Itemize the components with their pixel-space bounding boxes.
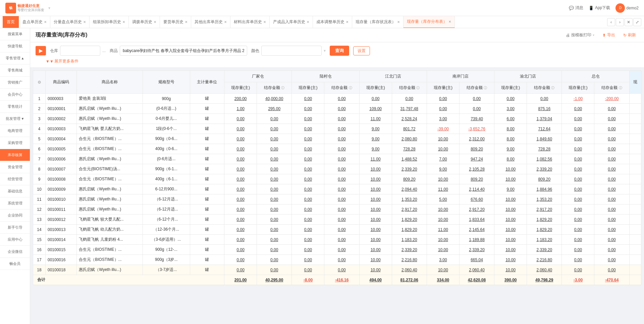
cell-factory-amt[interactable]: 0.00 xyxy=(257,124,292,134)
cell-factory-qty[interactable]: 0.00 xyxy=(224,235,257,245)
cell-factory-amt[interactable]: 0.00 xyxy=(257,174,292,184)
cell-na-amt[interactable]: 676.60 xyxy=(459,194,494,204)
sidebar-item-search[interactable]: 搜索英单 xyxy=(0,28,30,40)
cell-yb-amt[interactable]: 2,339.20 xyxy=(527,245,562,255)
tab-2[interactable]: 分量盘点单历史 ✕ xyxy=(50,16,90,28)
cell-lucun-amt[interactable]: 0.00 xyxy=(324,245,359,255)
cell-na-amt[interactable]: 809.20 xyxy=(459,174,494,184)
cell-total-qty[interactable]: 0.00 xyxy=(562,104,594,114)
cell-na-amt[interactable]: -3,652.76 xyxy=(459,124,494,134)
cell-factory-amt[interactable]: 0.00 xyxy=(257,194,292,204)
cell-total-qty[interactable]: 0.00 xyxy=(562,144,594,154)
cell-jb-amt[interactable]: 2,094.40 xyxy=(392,184,427,194)
cell-total-amt[interactable]: 0.00 xyxy=(594,235,629,245)
cell-total-qty[interactable]: 0.00 xyxy=(562,194,594,204)
cell-total-amt[interactable]: 0.00 xyxy=(594,215,629,225)
cell-yb-amt[interactable]: 0.00 xyxy=(527,94,562,104)
tab-7[interactable]: 材料出库单历史 ✕ xyxy=(230,16,270,28)
cell-na-amt[interactable]: 2,114.40 xyxy=(459,184,494,194)
refresh-btn[interactable]: ↻ 刷新 xyxy=(621,31,639,39)
total-amt-info-icon[interactable]: ⓘ xyxy=(619,86,622,90)
cell-factory-qty[interactable]: 0.00 xyxy=(224,164,257,174)
cell-jb-amt[interactable]: 809.20 xyxy=(392,174,427,184)
sidebar-item-finance[interactable]: 资金管理 xyxy=(0,161,30,173)
cell-na-amt[interactable]: 947.24 xyxy=(459,154,494,164)
yb-amt-info-icon[interactable]: ⓘ xyxy=(551,86,554,90)
cell-factory-qty[interactable]: 200.00 xyxy=(224,94,257,104)
cell-lucun-qty[interactable]: 0.00 xyxy=(292,124,324,134)
expand-toggle-btn[interactable]: ▶ xyxy=(36,46,46,55)
sidebar-item-inventory[interactable]: 库存核算 xyxy=(0,149,30,161)
sidebar-item-operations[interactable]: 经营管理 xyxy=(0,173,30,185)
sidebar-item-marketing[interactable]: 营销推广 xyxy=(0,77,30,89)
cell-lucun-amt[interactable]: 0.00 xyxy=(324,124,359,134)
cell-jb-amt[interactable]: 2,917.20 xyxy=(392,204,427,215)
user-profile[interactable]: D demo2 xyxy=(615,3,639,13)
cell-total-qty[interactable]: 0.00 xyxy=(562,114,594,124)
cell-jb-qty[interactable]: 0.00 xyxy=(359,94,392,104)
tab-prev-btn[interactable]: ‹ xyxy=(607,18,615,26)
cell-factory-qty[interactable]: 0.00 xyxy=(224,215,257,225)
cell-factory-qty[interactable]: 0.00 xyxy=(224,265,257,275)
cell-factory-qty[interactable]: 0.00 xyxy=(224,134,257,144)
summary-jb-qty[interactable]: 494.00 xyxy=(359,275,392,285)
tab-expand-btn[interactable]: ⤢ xyxy=(633,18,641,26)
th-gear[interactable]: ⚙ xyxy=(33,71,46,94)
warehouse-input[interactable] xyxy=(60,46,100,56)
cell-na-amt[interactable]: 2,105.28 xyxy=(459,164,494,174)
cell-factory-amt[interactable]: 0.00 xyxy=(257,154,292,164)
tab-4[interactable]: 调拨单历史 ✕ xyxy=(129,16,160,28)
cell-factory-qty[interactable]: 0.00 xyxy=(224,184,257,194)
cell-factory-qty[interactable]: 0.00 xyxy=(224,245,257,255)
cell-yb-qty[interactable]: 10.00 xyxy=(494,194,527,204)
cell-lucun-amt[interactable]: 0.00 xyxy=(324,255,359,265)
cell-lucun-qty[interactable]: 0.00 xyxy=(292,225,324,235)
color-dropdown-icon[interactable]: ▾ xyxy=(324,48,326,53)
cell-total-amt[interactable]: 0.00 xyxy=(594,265,629,275)
color-input[interactable] xyxy=(261,46,322,56)
tab-6-close[interactable]: ✕ xyxy=(224,20,227,24)
cell-lucun-qty[interactable]: 0.00 xyxy=(292,114,324,124)
tab-close-all-btn[interactable]: ✕ xyxy=(625,18,633,26)
cell-na-amt[interactable]: 665.04 xyxy=(459,255,494,265)
cell-na-amt[interactable]: 2,312.00 xyxy=(459,134,494,144)
tab-10-close[interactable]: ✕ xyxy=(397,20,400,24)
cell-yb-qty[interactable]: 10.00 xyxy=(494,255,527,265)
tab-3[interactable]: 组装拆卸单历史 ✕ xyxy=(90,16,129,28)
cell-jb-qty[interactable]: 9.00 xyxy=(359,144,392,154)
tab-8[interactable]: 产成品入库单历史 ✕ xyxy=(270,16,313,28)
cell-na-qty[interactable]: -39.00 xyxy=(427,124,459,134)
cell-lucun-amt[interactable]: 0.00 xyxy=(324,134,359,144)
cell-total-qty[interactable]: 0.00 xyxy=(562,245,594,255)
cell-yb-amt[interactable]: 1,082.56 xyxy=(527,154,562,164)
cell-lucun-qty[interactable]: 0.00 xyxy=(292,184,324,194)
cell-yb-qty[interactable]: 10.00 xyxy=(494,174,527,184)
na-amt-info-icon[interactable]: ⓘ xyxy=(484,86,487,90)
cell-yb-amt[interactable]: 1,884.96 xyxy=(527,184,562,194)
cell-yb-amt[interactable]: 809.20 xyxy=(527,174,562,184)
cell-lucun-qty[interactable]: 0.00 xyxy=(292,204,324,215)
cell-factory-amt[interactable]: 0.00 xyxy=(257,204,292,215)
cell-yb-qty[interactable]: 10.00 xyxy=(494,225,527,235)
cell-factory-qty[interactable]: 0.00 xyxy=(224,194,257,204)
cell-total-amt[interactable]: 0.00 xyxy=(594,124,629,134)
tab-7-close[interactable]: ✕ xyxy=(263,20,266,24)
cell-total-qty[interactable]: 0.00 xyxy=(562,235,594,245)
summary-lucun-qty[interactable]: -8.00 xyxy=(292,275,324,285)
cell-yb-qty[interactable]: 9.00 xyxy=(494,184,527,194)
summary-factory-qty[interactable]: 201.00 xyxy=(224,275,257,285)
export-btn[interactable]: ⬆ 导出 xyxy=(600,31,618,39)
cell-na-amt[interactable]: 2,060.40 xyxy=(459,265,494,275)
cell-lucun-qty[interactable]: 0.00 xyxy=(292,164,324,174)
cell-total-amt[interactable]: 0.00 xyxy=(594,194,629,204)
tab-next-btn[interactable]: › xyxy=(616,18,624,26)
cell-total-qty[interactable]: 0.00 xyxy=(562,134,594,144)
tab-home[interactable]: 首页 xyxy=(3,16,19,28)
sidebar-item-nav[interactable]: 快捷导航 xyxy=(0,40,30,52)
cell-factory-qty[interactable]: 0.00 xyxy=(224,114,257,124)
print-btn[interactable]: 🖨 按模板打印 ▾ xyxy=(563,31,597,39)
cell-yb-amt[interactable]: 712.64 xyxy=(527,124,562,134)
cell-yb-amt[interactable]: 1,183.20 xyxy=(527,235,562,245)
cell-yb-qty[interactable]: 10.00 xyxy=(494,204,527,215)
cell-factory-amt[interactable]: 0.00 xyxy=(257,265,292,275)
